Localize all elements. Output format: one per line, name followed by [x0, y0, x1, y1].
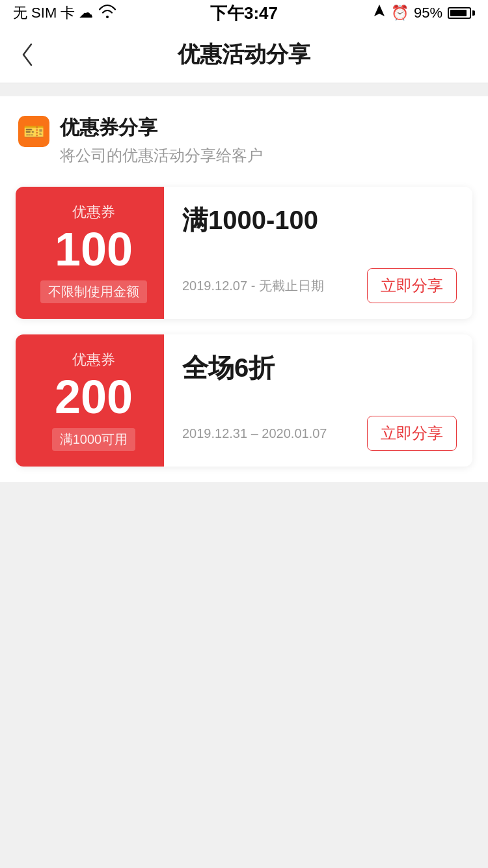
coupon-left-1: 优惠券 100 不限制使用金额: [16, 187, 172, 319]
coupon-title-2: 全场6折: [182, 350, 457, 386]
coupon-left-2: 优惠券 200 满1000可用: [16, 334, 172, 467]
coupon-label-2: 优惠券: [72, 350, 115, 370]
location-icon: [373, 4, 386, 22]
coupon-date-1: 2019.12.07 - 无截止日期: [182, 277, 324, 295]
coupon-bottom-2: 2019.12.31 – 2020.01.07 立即分享: [182, 416, 457, 451]
section-heading: 优惠券分享: [60, 115, 263, 141]
alarm-icon: ⏰: [391, 5, 409, 21]
coupon-amount-2: 200: [55, 373, 133, 420]
battery-icon: [448, 7, 475, 19]
section-description: 将公司的优惠活动分享给客户: [60, 145, 263, 166]
bottom-area: [0, 482, 488, 794]
coupon-date-2: 2019.12.31 – 2020.01.07: [182, 426, 327, 441]
nav-bar: 优惠活动分享: [0, 26, 488, 83]
coupon-card-1: 优惠券 100 不限制使用金额 满1000-100 2019.12.07 - 无…: [16, 187, 472, 319]
status-left: 无 SIM 卡 ☁: [13, 3, 116, 23]
share-button-1[interactable]: 立即分享: [367, 268, 457, 303]
coupon-list: 优惠券 100 不限制使用金额 满1000-100 2019.12.07 - 无…: [0, 176, 488, 482]
section-header: 🎫 优惠券分享 将公司的优惠活动分享给客户: [0, 96, 488, 176]
status-time: 下午3:47: [210, 2, 278, 25]
section-divider: [0, 83, 488, 96]
coupon-title-1: 满1000-100: [182, 202, 457, 238]
coupon-condition-2: 满1000可用: [52, 428, 136, 451]
wifi-icon: [98, 4, 116, 22]
back-button[interactable]: [18, 40, 36, 69]
coupon-card-2: 优惠券 200 满1000可用 全场6折 2019.12.31 – 2020.0…: [16, 334, 472, 467]
status-right: ⏰ 95%: [373, 4, 475, 22]
zigzag-edge-1: [164, 187, 180, 319]
section-icon: 🎫: [18, 116, 49, 147]
coupon-bottom-1: 2019.12.07 - 无截止日期 立即分享: [182, 268, 457, 303]
coupon-label-1: 优惠券: [72, 202, 115, 222]
zigzag-edge-2: [164, 334, 180, 467]
page-title: 优惠活动分享: [178, 40, 310, 70]
coupon-right-2: 全场6折 2019.12.31 – 2020.01.07 立即分享: [172, 334, 472, 467]
battery-percent: 95%: [414, 5, 442, 21]
share-button-2[interactable]: 立即分享: [367, 416, 457, 451]
coupon-right-1: 满1000-100 2019.12.07 - 无截止日期 立即分享: [172, 187, 472, 319]
coupon-condition-1: 不限制使用金额: [40, 280, 147, 303]
coupon-amount-1: 100: [55, 226, 133, 273]
sim-label: 无 SIM 卡 ☁: [13, 3, 93, 23]
status-bar: 无 SIM 卡 ☁ 下午3:47 ⏰ 95%: [0, 0, 488, 26]
section-text: 优惠券分享 将公司的优惠活动分享给客户: [60, 115, 263, 166]
coupon-icon: 🎫: [23, 122, 44, 142]
